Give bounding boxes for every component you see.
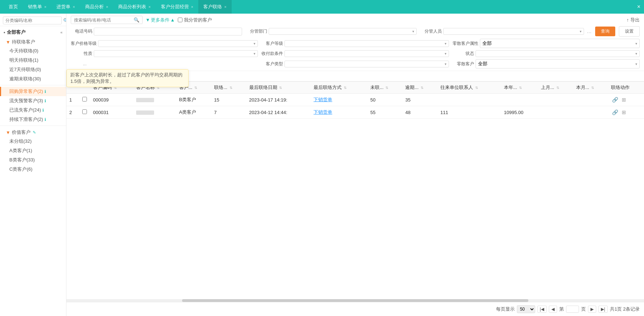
close-product-analysis-icon[interactable]: × [106, 5, 108, 9]
sidebar-item-today-contact[interactable]: 今天待联络(0) [0, 46, 66, 56]
nav-item-home[interactable]: 首页 [4, 0, 23, 14]
sidebar-collapse-button[interactable]: « [60, 30, 62, 34]
sidebar-item-tomorrow-contact[interactable]: 明天待联络(1) [0, 56, 66, 65]
gender-select[interactable]: ▾ [94, 50, 258, 57]
nav-item-sales[interactable]: 销售单 × [23, 0, 51, 14]
close-customer-contact-icon[interactable]: × [224, 5, 226, 9]
content-area: 🔍 ▼ 更多条件 ▲ 我分管的客户 ↑ 导出 [66, 14, 644, 316]
sidebar-item-overdue-contact[interactable]: 逾期未联络(30) [0, 74, 66, 84]
retail-customer-select[interactable]: 全部 ▾ [476, 59, 640, 69]
row-overdue-2: 48 [402, 106, 437, 119]
sidebar-item-churned[interactable]: 已流失客户(24) ℹ [0, 105, 66, 115]
row-last-method-2[interactable]: 下销货单 [311, 106, 367, 119]
th-overdue[interactable]: 逾期... ⇅ [402, 82, 437, 94]
th-last-month[interactable]: 上月... ⇅ [538, 82, 573, 94]
person-more-icon[interactable]: … [587, 29, 592, 34]
settings-button[interactable]: 设置 [619, 26, 640, 37]
row-1-checkbox[interactable] [82, 97, 87, 102]
method-link-2[interactable]: 下销货单 [314, 109, 332, 115]
row-code-2: 000031 [90, 106, 133, 119]
nav-item-customer-contact[interactable]: 客户联络 × [198, 0, 231, 14]
sidebar-item-7day-contact[interactable]: 近7天待联络(0) [0, 65, 66, 74]
total-records-label: 共1页 2条记录 [610, 306, 640, 312]
retail-attr-select[interactable]: 全部 ▾ [480, 39, 640, 48]
filter-dept-field: 分管部门 ▾ [246, 28, 417, 35]
th-last-contact-date[interactable]: 最后联络日期 ⇅ [246, 82, 311, 94]
filter-more-field: ... [71, 61, 258, 66]
dept-select[interactable]: ▾ [269, 28, 417, 35]
main-search-input[interactable] [74, 18, 134, 23]
sidebar-item-a-class[interactable]: A类客户(1) [0, 146, 66, 155]
sidebar-item-declining[interactable]: 持续下滑客户(2) ℹ [0, 115, 66, 124]
retail-customer-chevron-down-icon: ▾ [635, 62, 637, 66]
phone-input[interactable] [94, 28, 242, 36]
search-input-wrap: 🔍 [71, 16, 143, 24]
all-customers-header[interactable]: ▪ 全部客户 « [0, 26, 66, 37]
nav-item-product-analysis[interactable]: 商品分析 × [80, 0, 113, 14]
price-level-select[interactable]: ▾ [98, 40, 258, 47]
horizontal-scrollbar[interactable] [66, 299, 644, 302]
row-2-link-icon[interactable]: 🔗 [612, 109, 618, 115]
customer-type-select[interactable]: ▾ [284, 61, 449, 67]
query-button[interactable]: 查询 [595, 27, 615, 36]
sidebar-item-ungrouped[interactable]: 未分组(32) [0, 137, 66, 146]
row-last-month-1 [538, 94, 573, 106]
row-last-method-1[interactable]: 下销货单 [311, 94, 367, 106]
row-1-grid-icon[interactable]: ⊞ [622, 97, 626, 103]
nav-item-purchase[interactable]: 进货单 × [51, 0, 80, 14]
close-customer-tier-icon[interactable]: × [191, 5, 193, 9]
status-select[interactable]: ▾ [476, 50, 640, 57]
page-number-input[interactable]: 1 [566, 306, 579, 313]
th-contact-count[interactable]: 联络... ⇅ [211, 82, 246, 94]
last-page-button[interactable]: ▶| [598, 306, 608, 313]
sidebar-item-c-class[interactable]: C类客户(6) [0, 165, 66, 174]
customer-level-chevron-down-icon: ▾ [445, 42, 446, 46]
scrollbar-thumb[interactable] [182, 299, 529, 302]
sidebar-group-value-customer[interactable]: ▼ 价值客户 ✎ [0, 127, 66, 137]
sort-method-icon: ⇅ [344, 86, 347, 90]
page-size-select[interactable]: 50 20 100 [517, 305, 535, 313]
filter-retail-customer-field: 零散客户 全部 ▾ [453, 59, 640, 69]
th-contacts[interactable]: 往来单位联系人 ⇅ [437, 82, 501, 94]
more-conditions-button[interactable]: ▼ 更多条件 ▲ [145, 17, 175, 23]
prev-page-button[interactable]: ◀ [549, 306, 557, 313]
export-button[interactable]: ↑ 导出 [627, 17, 640, 23]
nav-item-customer-tier[interactable]: 客户分层经营 × [156, 0, 198, 14]
close-purchase-icon[interactable]: × [73, 5, 75, 9]
close-sales-icon[interactable]: × [44, 5, 46, 9]
person-chevron-down-icon: ▾ [580, 29, 582, 33]
sidebar-search-input[interactable] [3, 16, 62, 24]
nav-item-product-analysis-list[interactable]: 商品分析列表 × [113, 0, 156, 14]
th-last-contact-method[interactable]: 最后联络方式 ⇅ [311, 82, 367, 94]
payment-select[interactable]: ▾ [284, 50, 449, 57]
sidebar-item-b-class[interactable]: B类客户(33) [0, 155, 66, 165]
status-chevron-down-icon: ▾ [635, 52, 637, 56]
customer-level-select[interactable]: ▾ [284, 40, 449, 47]
row-actions-1: 🔗 ⊞ [608, 94, 644, 106]
method-link-1[interactable]: 下销货单 [314, 97, 332, 102]
edit-icon-value[interactable]: ✎ [33, 130, 36, 135]
th-year-amount[interactable]: 本年... ⇅ [501, 82, 538, 94]
sidebar-group-pending-contact[interactable]: ▼ 待联络客户 [0, 37, 66, 46]
row-1-link-icon[interactable]: 🔗 [612, 97, 618, 103]
close-product-analysis-list-icon[interactable]: × [148, 5, 150, 9]
table-scroll-area[interactable]: 客户编码 ⇅ 客户名称 ⇅ 客户... ⇅ 联络... [66, 81, 644, 299]
filter-row-phone-dept-person: 电话号码 分管部门 ▾ 分管人员 ▾ [71, 26, 640, 37]
row-2-grid-icon[interactable]: ⊞ [622, 109, 626, 115]
th-this-month[interactable]: 本月... ⇅ [573, 82, 608, 94]
sidebar-search-icon[interactable]: 🔍 [63, 18, 66, 23]
close-all-tabs-button[interactable]: × [637, 4, 640, 10]
tooltip-box: 距客户上次交易时长，超过了此客户的平均交易周期的1.5倍，则视为异常。 [66, 69, 189, 87]
more-dots[interactable]: ... [83, 61, 87, 66]
main-search-icon[interactable]: 🔍 [134, 17, 139, 23]
row-2-checkbox[interactable] [82, 109, 87, 114]
th-uncontacted[interactable]: 未联... ⇅ [367, 82, 403, 94]
my-customers-checkbox[interactable] [178, 18, 182, 22]
row-last-date-2: 2023-04-12 14:44: [246, 106, 311, 119]
next-page-button[interactable]: ▶ [588, 306, 596, 313]
sidebar-item-churn-warning[interactable]: 流失预警客户(3) ℹ [0, 96, 66, 105]
person-select[interactable]: ▾ [443, 28, 584, 35]
row-last-month-2 [538, 106, 573, 119]
sidebar-item-repurchase-abnormal[interactable]: 回购异常客户(2) ℹ [0, 87, 66, 96]
first-page-button[interactable]: |◀ [537, 306, 547, 313]
